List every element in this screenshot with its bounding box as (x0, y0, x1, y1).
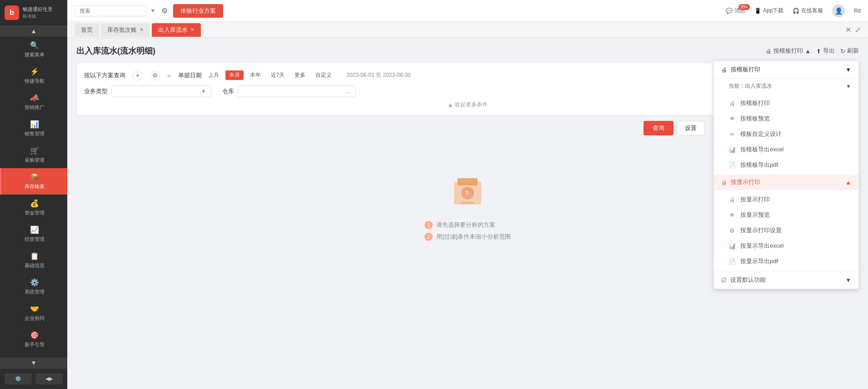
sidebar-item-basic[interactable]: 📋 基础信息 (0, 247, 67, 274)
tab-batch-account-close[interactable]: ✕ (140, 27, 144, 33)
printer-icon: 🖨 (766, 48, 772, 55)
trial-btn[interactable]: 体验行业方案 (173, 4, 223, 18)
template-print-header[interactable]: 🖨 按模板打印 ▼ (714, 61, 858, 79)
display-print-section-header[interactable]: 🖨 按显示打印 ▲ (714, 175, 858, 190)
tab-close-all-icon[interactable]: ✕ (845, 25, 851, 34)
search-icon: 🔍 (30, 41, 39, 50)
sidebar-bottom: ⚙️ ◀▶ (0, 368, 67, 389)
template-excel-item[interactable]: 📊 按模板导出excel (714, 142, 858, 157)
export-icon: ⬆ (816, 48, 821, 55)
template-pdf-item[interactable]: 📄 按模板导出pdf (714, 157, 858, 173)
current-chevron-icon[interactable]: ▼ (846, 83, 851, 90)
date-option-custom[interactable]: 自定义 (312, 70, 335, 80)
tab-home[interactable]: 首页 (75, 23, 99, 37)
template-print-item-icon: 🖨 (728, 100, 736, 107)
default-func-item[interactable]: ☑ 设置默认功能 ▼ (714, 271, 858, 289)
template-print-chevron-icon[interactable]: ▼ (845, 66, 851, 73)
app-label: App下载 (763, 7, 783, 15)
default-func-icon: ☑ (721, 277, 727, 284)
sales-icon: 📊 (30, 120, 39, 129)
display-settings-item[interactable]: ⚙ 按显示打印设置 (714, 223, 858, 238)
print-chevron-icon[interactable]: ▲ (805, 48, 811, 55)
filter-collapse-btn[interactable]: « (167, 72, 171, 79)
sidebar-item-marketing[interactable]: 📣 营销推广 (0, 89, 67, 115)
tab-stock-flow-close[interactable]: ✕ (190, 27, 195, 33)
sidebar-item-appstore[interactable]: 🔲 应用中心 (0, 353, 67, 358)
finance-icon: 💰 (30, 199, 39, 208)
query-btn[interactable]: 查询 (644, 121, 673, 135)
display-pdf-item-label: 按显示导出pdf (740, 257, 778, 265)
date-option-more[interactable]: 更多 (291, 70, 309, 80)
sidebar-item-quicknav[interactable]: ⚡ 快捷导航 (0, 63, 67, 89)
empty-state-icon: ? (445, 168, 490, 214)
sidebar-item-search[interactable]: 🔍 搜索菜单 (0, 36, 67, 63)
msg-badge: 99+ (738, 4, 750, 10)
print-btn[interactable]: 🖨 按模板打印 ▲ (766, 47, 811, 55)
display-preview-item[interactable]: 👁 按显示预览 (714, 207, 858, 223)
sidebar-item-sales[interactable]: 📊 销售管理 (0, 115, 67, 142)
sidebar-item-guide[interactable]: 🎯 新手引导 (0, 326, 67, 353)
date-filter-group: 单据日期 上月 本月 本年 近7天 更多 自定义 (178, 70, 336, 80)
tab-stock-flow[interactable]: 出入库流水 ✕ (152, 23, 201, 37)
settings-bottom-btn[interactable]: ⚙️ (5, 373, 32, 384)
topbar-service-btn[interactable]: 🎧 在线客服 (793, 7, 823, 15)
date-option-this-year[interactable]: 本年 (246, 70, 264, 80)
collapse-sidebar-btn[interactable]: ◀▶ (35, 373, 63, 384)
display-excel-item-icon: 📊 (728, 242, 736, 249)
search-input[interactable] (75, 5, 147, 16)
export-btn[interactable]: ⬆ 导出 (816, 47, 835, 55)
template-preview-item-icon: 👁 (728, 115, 736, 122)
sidebar-nav: 🔍 搜索菜单 ⚡ 快捷导航 📣 营销推广 📊 销售管理 🛒 采购管理 📦 库存核… (0, 36, 67, 358)
topbar-gear-icon[interactable]: ⚙ (161, 6, 168, 15)
headset-icon: 🎧 (793, 8, 799, 14)
display-print-item[interactable]: 🖨 按显示打印 (714, 192, 858, 207)
date-option-last-month[interactable]: 上月 (205, 70, 223, 80)
svg-rect-4 (461, 202, 474, 204)
sidebar-item-operations[interactable]: 📈 经营管理 (0, 221, 67, 247)
template-print-header-icon: 🖨 (721, 66, 727, 73)
template-preview-item-label: 按模板预览 (740, 115, 770, 123)
sidebar-item-inventory[interactable]: 📦 库存核算 (0, 168, 67, 194)
topbar-avatar[interactable]: 👤 (832, 5, 845, 17)
topbar-msg-btn[interactable]: 💬 消息 99+ (726, 7, 745, 15)
refresh-btn[interactable]: ↻ 刷新 (840, 47, 859, 55)
filter-add-btn[interactable]: + (133, 70, 143, 80)
basic-icon: 📋 (30, 252, 39, 260)
display-excel-item[interactable]: 📊 按显示导出excel (714, 238, 858, 254)
date-option-7days[interactable]: 近7天 (267, 70, 289, 80)
display-preview-item-label: 按显示预览 (740, 211, 770, 219)
biz-type-arrow-icon: ▼ (201, 88, 206, 95)
display-print-header-label: 按显示打印 (731, 178, 760, 186)
sidebar-item-finance[interactable]: 💰 资金管理 (0, 194, 67, 221)
display-print-chevron-icon[interactable]: ▲ (845, 179, 851, 186)
sidebar-item-purchase[interactable]: 🛒 采购管理 (0, 142, 67, 168)
page-content: 出入库流水(流水明细) 🖨 按模板打印 ▲ ⬆ 导出 ↻ 刷新 (67, 38, 868, 389)
tab-batch-account[interactable]: 库存批次账 ✕ (101, 23, 150, 37)
template-preview-item[interactable]: 👁 按模板预览 (714, 111, 858, 126)
hint-num-2: 2 (424, 233, 433, 241)
topbar-app-btn[interactable]: 📱 App下载 (754, 7, 783, 15)
sidebar-item-system[interactable]: ⚙️ 系统管理 (0, 274, 67, 300)
warehouse-more-icon[interactable]: ... (346, 88, 351, 95)
filter-settings-icon[interactable]: ⚙ (150, 70, 160, 80)
template-custom-item-label: 模板自定义设计 (740, 130, 782, 138)
search-chevron-icon[interactable]: ▼ (150, 7, 156, 14)
display-pdf-item[interactable]: 📄 按显示导出pdf (714, 254, 858, 269)
topbar-search-area: ▼ (75, 5, 156, 16)
topbar-username[interactable]: Rit (854, 8, 861, 14)
sidebar-scroll-up[interactable]: ▲ (0, 26, 67, 36)
date-option-this-month[interactable]: 本月 (225, 70, 244, 80)
settings-btn[interactable]: 设置 (677, 121, 704, 135)
tab-maximize-icon[interactable]: ⤢ (855, 25, 861, 34)
template-print-item[interactable]: 🖨 按模板打印 (714, 95, 858, 111)
hint-num-1: 1 (424, 221, 433, 229)
warehouse-select[interactable]: ... (238, 85, 356, 97)
sidebar-scroll-down[interactable]: ▼ (0, 358, 67, 368)
template-custom-item[interactable]: ✏ 模板自定义设计 (714, 126, 858, 142)
biz-type-select[interactable]: ▼ (111, 85, 211, 97)
sidebar-item-collab[interactable]: 🤝 企业协同 (0, 300, 67, 326)
warehouse-group: 仓库 ... (222, 85, 356, 97)
default-func-chevron-icon[interactable]: ▼ (845, 277, 851, 284)
template-excel-item-label: 按模板导出excel (740, 145, 783, 154)
tab-batch-account-label: 库存批次账 (107, 26, 137, 34)
